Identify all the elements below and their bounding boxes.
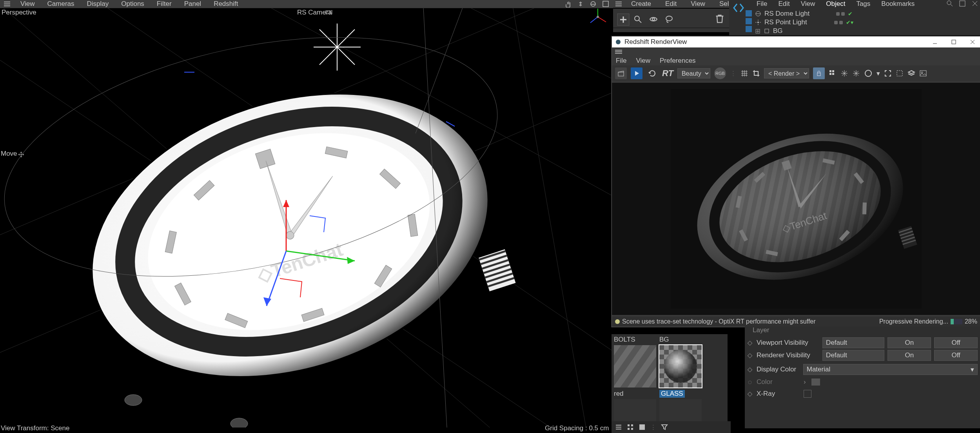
vp-menu-redshift[interactable]: Redshift [207,0,244,8]
grid-small-icon[interactable] [626,423,634,431]
color-swatch[interactable] [811,378,820,386]
keyframe-icon[interactable] [747,340,753,346]
lock-icon[interactable] [813,67,825,79]
obj-menu-view[interactable]: View [684,0,712,8]
add-object-icon[interactable] [617,13,630,26]
rv-menu-view[interactable]: View [636,57,650,65]
renderview-titlebar[interactable]: Redshift RenderView [612,36,980,47]
trash-icon[interactable] [714,13,725,24]
grid-icon[interactable] [740,69,748,77]
refresh-icon[interactable] [646,67,658,79]
picture-icon[interactable] [919,69,927,77]
keyframe-icon[interactable] [747,391,753,397]
eye-icon[interactable] [649,15,658,24]
grid-large-icon[interactable] [638,423,646,431]
close-button[interactable] [965,36,980,47]
region-icon[interactable] [896,69,904,77]
list-icon[interactable] [615,423,622,431]
axis-gizmo[interactable] [588,7,608,27]
snowflake2-icon[interactable] [852,69,860,77]
window-icon[interactable] [959,0,966,7]
material-tile[interactable] [614,399,656,421]
hierarchy-item[interactable]: RS Point Light ✔▾ [755,18,853,27]
snowflake-icon[interactable] [840,69,848,77]
close-icon[interactable] [971,0,978,7]
checkbox[interactable] [804,390,811,398]
snapshot-select[interactable]: < Render > [764,68,809,78]
material-manager: BOLTS BG red GLASS [612,334,728,423]
orbit-icon[interactable] [590,0,597,7]
obj-menu-create[interactable]: Create [624,0,658,8]
minimize-button[interactable] [927,36,943,47]
menu-edit[interactable]: Edit [778,0,789,8]
keyframe-icon[interactable] [747,353,753,358]
frame-icon[interactable] [884,69,892,77]
material-tile[interactable] [659,399,702,421]
search-icon[interactable] [946,0,953,7]
attr-on-button[interactable]: On [887,350,931,361]
hierarchy-item[interactable]: RS Dome Light ✔ [755,9,853,18]
search-icon[interactable] [633,15,642,24]
attr-combo[interactable]: Material▾ [803,364,978,375]
maximize-button[interactable] [946,36,962,47]
vp-menu-panel[interactable]: Panel [178,0,207,8]
attr-off-button[interactable]: Off [934,337,978,348]
thumbnails-icon[interactable] [829,69,837,77]
material-tile[interactable] [659,345,702,388]
menu-file[interactable]: File [757,0,767,8]
nav-arrows[interactable] [731,1,746,17]
clapper-icon[interactable] [615,67,627,79]
vp-menu-options[interactable]: Options [115,0,151,8]
vp-menu-cameras[interactable]: Cameras [41,0,81,8]
layer-color[interactable] [746,18,752,24]
circle-icon[interactable] [864,69,873,78]
attr-tab-layer[interactable]: Layer [753,326,769,334]
camera-icon[interactable] [325,9,332,15]
rt-label[interactable]: RT [662,68,673,78]
menu-tags[interactable]: Tags [856,0,870,8]
material-name[interactable]: GLASS [659,390,685,398]
menu-view[interactable]: View [801,0,815,8]
attr-label: Color [757,378,804,386]
renderview-canvas[interactable]: ◇TenChat [612,83,980,315]
vp-menu-view[interactable]: View [14,0,41,8]
layers-icon[interactable] [907,69,915,77]
material-name[interactable]: BG [659,336,669,344]
hand-icon[interactable] [564,0,572,7]
lasso-icon[interactable] [665,15,673,24]
play-button[interactable] [631,67,642,79]
crop-icon[interactable] [752,69,760,77]
material-name[interactable]: red [614,390,624,398]
hierarchy-item[interactable]: ⊞ BG [755,27,853,35]
menu-icon[interactable] [615,0,622,8]
attr-on-button[interactable]: On [887,337,931,348]
vp-menu-filter[interactable]: Filter [151,0,178,8]
menu-icon[interactable] [2,0,12,8]
layer-color[interactable] [746,26,752,32]
material-tile[interactable] [614,345,656,388]
expand-icon[interactable]: › [804,378,806,386]
vp-menu-display[interactable]: Display [81,0,115,8]
attr-combo[interactable]: Default [822,350,884,361]
dolly-icon[interactable] [577,0,584,7]
attr-off-button[interactable]: Off [934,350,978,361]
expand-icon[interactable]: ⊞ [755,27,760,35]
check-icon[interactable]: ✔ [848,11,853,17]
keyframe-icon[interactable] [747,367,753,372]
menu-bookmarks[interactable]: Bookmarks [881,0,915,8]
aov-select[interactable]: Beauty [677,68,710,78]
check-icon[interactable]: ✔▾ [846,19,853,25]
viewport-3d[interactable]: ◇TenChat [0,8,612,428]
menu-object[interactable]: Object [826,0,845,8]
rgb-icon[interactable]: RGB [714,67,726,79]
obj-menu-edit[interactable]: Edit [658,0,684,8]
attr-combo[interactable]: Default [822,337,884,348]
filter-icon[interactable] [661,423,668,431]
keyframe-icon[interactable] [747,379,753,385]
material-name[interactable]: BOLTS [614,336,635,344]
renderview-menu-icon[interactable] [612,47,980,56]
rv-menu-file[interactable]: File [616,57,626,65]
layer-color[interactable] [746,10,752,16]
rv-menu-prefs[interactable]: Preferences [660,57,696,65]
maximize-icon[interactable] [602,0,609,7]
